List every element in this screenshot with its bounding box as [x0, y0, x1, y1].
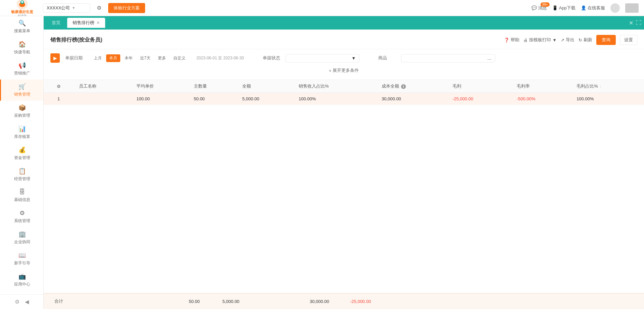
sidebar-item-sales[interactable]: 🛒 销售管理 — [0, 80, 43, 101]
sidebar-collapse-button[interactable]: ◀ — [25, 299, 29, 305]
svg-point-3 — [21, 1, 23, 3]
sidebar-item-guide[interactable]: 📖 新手引导 — [0, 248, 43, 269]
table-container: ⚙ 员工名称 平均单价 主数量 全额 销售收入占比% 成本全额 ℹ 毛利 毛利率… — [44, 80, 644, 293]
data-table: ⚙ 员工名称 平均单价 主数量 全额 销售收入占比% 成本全额 ℹ 毛利 毛利率… — [44, 80, 644, 105]
message-button[interactable]: 💬 消息 99+ — [531, 5, 547, 11]
sidebar-label-sales: 销售管理 — [14, 92, 30, 97]
th-avg-price: 平均单价 — [131, 80, 188, 93]
basic-icon: 🗄 — [19, 189, 25, 196]
date-btn-custom[interactable]: 自定义 — [170, 54, 188, 62]
sidebar-item-basic[interactable]: 🗄 基础信息 — [0, 185, 43, 206]
trial-button[interactable]: 体验行业方案 — [108, 3, 145, 13]
sidebar-item-purchase[interactable]: 📦 采购管理 — [0, 101, 43, 122]
help-button[interactable]: ❓ 帮助 — [504, 37, 519, 43]
sidebar-item-marketing[interactable]: 📢 营销推广 — [0, 58, 43, 80]
app-download-label: App下载 — [559, 5, 575, 11]
th-gross-pct: 毛利占比% ↕ — [571, 80, 644, 93]
th-gross-margin: 毛利率 — [511, 80, 571, 93]
export-button[interactable]: ↗ 导出 — [561, 37, 574, 43]
th-sales-pct: 销售收入占比% — [293, 80, 376, 93]
enterprise-icon: 🏢 — [18, 230, 26, 238]
tab-close-button[interactable]: ✕ — [629, 20, 633, 26]
date-btn-7days[interactable]: 近7天 — [137, 54, 154, 62]
sidebar-label-inventory: 库存核算 — [14, 134, 30, 140]
help-label: 帮助 — [511, 37, 519, 43]
avatar-name[interactable] — [625, 3, 639, 13]
message-icon: 💬 — [531, 5, 537, 10]
help-icon: ❓ — [504, 38, 509, 43]
cell-gross-pct: 100.00% — [571, 93, 644, 105]
th-gross-profit: 毛利 — [447, 80, 511, 93]
sidebar-item-inventory[interactable]: 📊 库存核算 — [0, 122, 43, 143]
footer-total-amount: 5,000.00 — [217, 298, 257, 305]
page-actions: ❓ 帮助 🖨 按模板打印 ▼ ↗ 导出 ↻ — [504, 35, 637, 45]
export-label: 导出 — [566, 37, 574, 43]
more-conditions-toggle[interactable]: ∨ 展开更多条件 — [50, 65, 637, 75]
date-btn-current-year[interactable]: 本年 — [122, 54, 136, 62]
sidebar-settings-button[interactable]: ⚙ — [15, 299, 19, 305]
sidebar-label-search: 搜索菜单 — [14, 28, 30, 34]
expand-icon: ∨ — [329, 69, 331, 72]
logo-icon — [16, 0, 28, 10]
footer-gross-profit: -25,000.00 — [345, 298, 385, 305]
tab-sales-ranking[interactable]: 销售排行榜 ✕ — [67, 18, 105, 28]
tab-close-icon[interactable]: ✕ — [96, 20, 100, 25]
cost-info-icon[interactable]: ℹ — [401, 84, 406, 89]
sidebar-bottom: ⚙ ◀ — [0, 294, 43, 309]
sidebar-item-shortcut[interactable]: 🏠 快捷导航 — [0, 37, 43, 58]
th-employee-name: 员工名称 — [74, 80, 131, 93]
print-button[interactable]: 🖨 按模板打印 ▼ — [523, 37, 557, 43]
sidebar-item-system[interactable]: ⚙ 系统管理 — [0, 206, 43, 227]
filter-row-1: ▶ 单据日期 上月 本月 本年 近7天 更多 自定义 2023-06-01 至 … — [50, 53, 637, 63]
status-label: 单据状态 — [263, 55, 283, 61]
sidebar-label-guide: 新手引导 — [14, 260, 30, 266]
sidebar-item-operations[interactable]: 📋 经营管理 — [0, 164, 43, 185]
online-service-button[interactable]: 👤 在线客服 — [581, 5, 605, 11]
settings-button[interactable]: 设置 — [620, 35, 637, 45]
sidebar-label-purchase: 采购管理 — [14, 113, 30, 118]
refresh-button[interactable]: ↻ 刷新 — [578, 37, 592, 43]
home-icon: 🏠 — [18, 41, 26, 48]
top-bar: 畅康通好生意 标准版 XXXXX公司 ▼ ⚙ 体验行业方案 💬 消息 99+ 📱… — [0, 0, 644, 16]
tab-home[interactable]: 首页 — [46, 18, 66, 28]
tab-sales-ranking-label: 销售排行榜 — [73, 20, 94, 26]
status-select[interactable]: ▼ — [286, 54, 359, 62]
logo-text: 畅康通好生意 — [11, 10, 33, 14]
sidebar-item-search[interactable]: 🔍 搜索菜单 — [0, 16, 43, 37]
print-label: 按模板打印 — [529, 37, 551, 43]
print-icon: 🖨 — [523, 38, 528, 43]
page-title: 销售排行榜(按业务员) — [50, 37, 102, 44]
sidebar-item-enterprise[interactable]: 🏢 企业协同 — [0, 227, 43, 248]
appcenter-icon: 📺 — [18, 273, 26, 280]
app-download-button[interactable]: 📱 App下载 — [552, 5, 575, 11]
date-period-label: 单据日期 — [65, 55, 85, 61]
sidebar-item-finance[interactable]: 💰 资金管理 — [0, 143, 43, 164]
tab-bar-actions: ✕ ⛶ — [629, 20, 641, 26]
sort-icon[interactable]: ↕ — [600, 84, 602, 88]
filter-toggle-button[interactable]: ▶ — [50, 53, 60, 63]
content-area: 首页 销售排行榜 ✕ ✕ ⛶ 销售排行榜(按业务员) — [44, 16, 644, 309]
tab-fullscreen-button[interactable]: ⛶ — [636, 20, 641, 26]
more-conditions-label: 展开更多条件 — [333, 67, 359, 73]
th-settings[interactable]: ⚙ — [44, 80, 74, 93]
query-button[interactable]: 查询 — [596, 35, 616, 45]
refresh-icon: ↻ — [578, 38, 582, 43]
download-icon: 📱 — [552, 5, 558, 10]
sidebar-item-appcenter[interactable]: 📺 应用中心 — [0, 269, 43, 291]
date-btn-last-month[interactable]: 上月 — [91, 54, 105, 62]
date-btn-more[interactable]: 更多 — [155, 54, 169, 62]
cell-gross-profit: -25,000.00 — [447, 93, 511, 105]
refresh-label: 刷新 — [584, 37, 592, 43]
goods-more-icon: … — [487, 56, 491, 61]
company-selector[interactable]: XXXXX公司 ▼ — [43, 3, 90, 13]
search-icon: 🔍 — [18, 19, 26, 27]
top-settings-button[interactable]: ⚙ — [94, 3, 104, 13]
table-footer: 合计 50.00 5,000.00 30,000.00 -25,000.00 — [44, 293, 644, 309]
page-content: 销售排行榜(按业务员) ❓ 帮助 🖨 按模板打印 ▼ ↗ — [44, 30, 644, 309]
avatar[interactable] — [610, 3, 620, 13]
goods-select[interactable]: … — [401, 54, 495, 62]
sales-icon: 🛒 — [18, 83, 26, 90]
logo-area: 畅康通好生意 标准版 — [5, 0, 39, 18]
date-btn-current-month[interactable]: 本月 — [106, 54, 120, 62]
sidebar-item-wechat[interactable]: 💬 企业微信 — [0, 291, 43, 294]
